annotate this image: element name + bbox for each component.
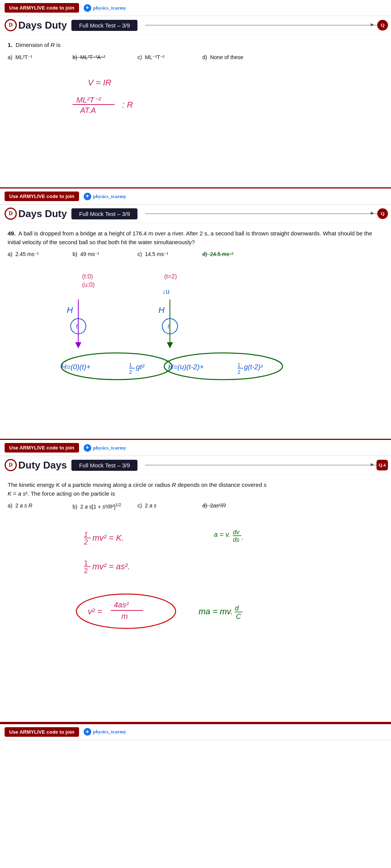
brand-name-1: Days Duty: [18, 19, 67, 31]
svg-text:d: d: [235, 604, 239, 612]
join-button-bottom[interactable]: Use ARMYLIVE code to join: [5, 727, 79, 737]
svg-text:ds: ds: [233, 536, 239, 543]
svg-text:m: m: [121, 612, 128, 620]
top-bar-2: Use ARMYLIVE code to join ✈ physics_tcar…: [0, 188, 391, 205]
logo-circle-3: D: [5, 459, 17, 471]
telegram-badge-bottom: ✈ physics_tcarmy: [84, 728, 126, 736]
question-1: 1. Dimension of R is: [8, 41, 383, 50]
join-button-1[interactable]: Use ARMYLIVE code to join: [5, 3, 79, 13]
options-row-1: a) ML²T⁻¹ b) ML²T⁻³A⁻² c) ML⁻¹T⁻² d) Non…: [8, 54, 383, 60]
handwritten-3: 1 2 mv² = K. a = v. dv ds . 1 2 mv² = as…: [8, 516, 383, 707]
brand-name-2: Days Duty: [18, 208, 67, 220]
test-badge-2: Full Mock Test – 3/9: [71, 208, 137, 219]
telegram-icon-1: ✈: [84, 4, 91, 12]
svg-text:2: 2: [84, 567, 88, 575]
section-1: Use ARMYLIVE code to join ✈ physics_tcar…: [0, 0, 391, 188]
join-button-2[interactable]: Use ARMYLIVE code to join: [5, 192, 79, 201]
svg-text:mv² = K.: mv² = K.: [92, 533, 124, 543]
telegram-label-2: physics_tcarmy: [93, 193, 126, 200]
arrow-line-1: [145, 25, 386, 26]
svg-text:↓u: ↓u: [162, 288, 170, 295]
svg-text:4as²: 4as²: [114, 601, 129, 609]
section-2: Use ARMYLIVE code to join ✈ physics_tcar…: [0, 188, 391, 440]
svg-text:t: t: [168, 323, 170, 330]
brand-logo-3: D Duty Days: [5, 459, 67, 471]
svg-text:C: C: [236, 613, 241, 620]
header-bar-1: D Days Duty Full Mock Test – 3/9 Q: [0, 16, 391, 35]
telegram-label-3: physics_tcarmy: [93, 445, 126, 451]
bottom-top-bar: Use ARMYLIVE code to join ✈ physics_tcar…: [0, 723, 391, 740]
arrow-line-3: [145, 465, 386, 465]
svg-text:.: .: [241, 533, 243, 541]
svg-text:mv² = as².: mv² = as².: [92, 562, 130, 571]
top-bar-3: Use ARMYLIVE code to join ✈ physics_tcar…: [0, 440, 391, 456]
telegram-badge-2: ✈ physics_tcarmy: [84, 193, 126, 200]
svg-text:v² =: v² =: [88, 607, 102, 616]
svg-text:(t=2): (t=2): [164, 273, 177, 280]
svg-text:(t:0): (t:0): [82, 273, 93, 280]
logo-circle-2: D: [5, 208, 17, 220]
test-badge-1: Full Mock Test – 3/9: [71, 20, 137, 31]
option-3b: b) 2 a s[1 + s²/R²]1/2: [73, 502, 130, 510]
svg-text:H=(0)(t)+: H=(0)(t)+: [61, 363, 90, 371]
q-badge-3: Q.4: [376, 460, 388, 470]
join-button-3[interactable]: Use ARMYLIVE code to join: [5, 443, 79, 453]
q-number-1: 1.: [8, 42, 13, 48]
telegram-badge-3: ✈ physics_tcarmy: [84, 444, 126, 452]
telegram-icon-3: ✈: [84, 444, 91, 452]
handwritten-svg-3: 1 2 mv² = K. a = v. dv ds . 1 2 mv² = as…: [8, 516, 294, 707]
options-row-2: a) 2.45 ms⁻¹ b) 49 ms⁻¹ c) 14.5 ms⁻¹ d) …: [8, 251, 383, 257]
svg-text:H: H: [158, 305, 165, 315]
logo-circle-1: D: [5, 19, 17, 31]
svg-text:1: 1: [129, 362, 132, 368]
arrow-line-2: [145, 213, 386, 214]
header-bar-2: D Days Duty Full Mock Test – 3/9 Q: [0, 205, 391, 223]
header-bar-3: D Duty Days Full Mock Test – 3/9 Q.4: [0, 456, 391, 475]
svg-text:H=(u)(t-2)+: H=(u)(t-2)+: [168, 363, 204, 371]
option-3a: a) 2 a s R: [8, 502, 65, 510]
brand-name-3: Duty Days: [18, 459, 67, 471]
svg-text:ma = mv.: ma = mv.: [199, 607, 233, 616]
svg-text:2: 2: [238, 369, 241, 375]
option-2c: c) 14.5 ms⁻¹: [137, 251, 195, 257]
telegram-icon-bottom: ✈: [84, 728, 91, 736]
svg-text:1: 1: [84, 559, 88, 567]
test-badge-3: Full Mock Test – 3/9: [71, 460, 137, 471]
question-2: 49. A ball is dropped from a bridge at a…: [8, 229, 383, 246]
telegram-icon-2: ✈: [84, 193, 91, 200]
handwritten-2: (t:0) (u:0) H t: [8, 263, 383, 424]
svg-text:g(t-2)²: g(t-2)²: [244, 363, 263, 371]
brand-logo-1: D Days Duty: [5, 19, 67, 31]
svg-text:2: 2: [84, 538, 88, 546]
handwritten-svg-2: (t:0) (u:0) H t: [8, 263, 294, 424]
option-1d: d) None of these: [202, 54, 260, 60]
svg-text:V = IR: V = IR: [88, 78, 111, 87]
svg-text:a = v.: a = v.: [214, 531, 230, 538]
options-row-3: a) 2 a s R b) 2 a s[1 + s²/R²]1/2 c) 2 a…: [8, 502, 383, 510]
question-3: The kinetic energy K of a particle movin…: [8, 481, 383, 498]
q-text-1: Dimension of R is: [16, 42, 61, 48]
option-2a: a) 2.45 ms⁻¹: [8, 251, 65, 257]
q-badge-1: Q: [377, 20, 388, 31]
section-3: Use ARMYLIVE code to join ✈ physics_tcar…: [0, 440, 391, 723]
telegram-label-1: physics_tcarmy: [93, 5, 126, 11]
telegram-badge-1: ✈ physics_tcarmy: [84, 4, 126, 12]
svg-text:2: 2: [129, 369, 132, 375]
svg-text:ML²T⁻²: ML²T⁻²: [76, 96, 102, 104]
svg-text:H: H: [67, 305, 73, 315]
brand-logo-2: D Days Duty: [5, 208, 67, 220]
option-2b: b) 49 ms⁻¹: [73, 251, 130, 257]
top-bar-1: Use ARMYLIVE code to join ✈ physics_tcar…: [0, 0, 391, 16]
option-3d: d) 2as²/R: [202, 502, 260, 510]
svg-text:gt²: gt²: [136, 363, 145, 371]
content-area-2: 49. A ball is dropped from a bridge at a…: [0, 223, 391, 439]
content-area-1: 1. Dimension of R is a) ML²T⁻¹ b) ML²T⁻³…: [0, 35, 391, 187]
option-1b: b) ML²T⁻³A⁻²: [73, 54, 130, 60]
option-1c: c) ML⁻¹T⁻²: [137, 54, 195, 60]
handwritten-svg-1: V = IR ML²T⁻² AT.A : R: [65, 66, 256, 150]
svg-text:AT.A: AT.A: [80, 106, 96, 114]
svg-text:(u:0): (u:0): [82, 282, 95, 288]
svg-text:dv: dv: [233, 529, 240, 535]
svg-text:t: t: [76, 323, 78, 330]
content-area-3: The kinetic energy K of a particle movin…: [0, 475, 391, 722]
